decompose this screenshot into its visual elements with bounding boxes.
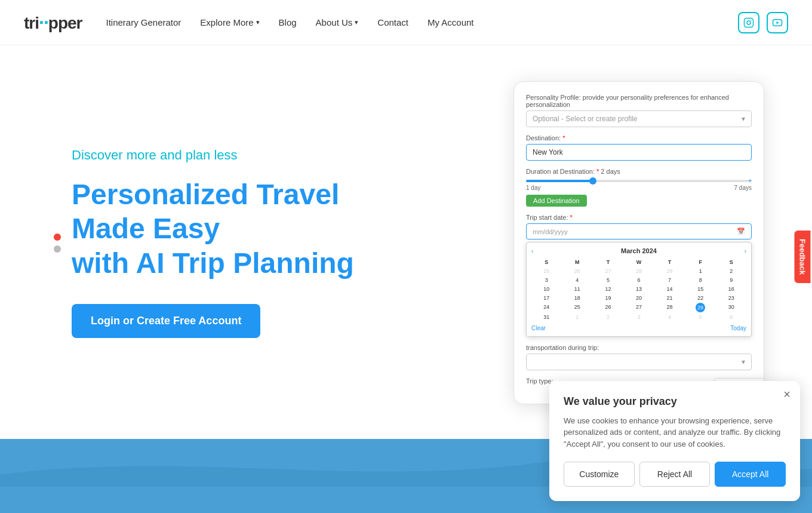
cal-day[interactable]: 23 xyxy=(716,294,746,302)
cal-day[interactable]: 3 xyxy=(624,313,654,321)
cal-day[interactable]: 19 xyxy=(593,294,623,302)
transport-label: transportation during trip: xyxy=(526,344,752,351)
cal-day[interactable]: 2 xyxy=(593,313,623,321)
nav-left: tri··pper Itinerary Generator Explore Mo… xyxy=(24,13,474,33)
app-preview: Personality Profile: provide your person… xyxy=(513,81,764,404)
hero-title-line2: with AI Trip Planning xyxy=(72,247,354,279)
slider-max-icon[interactable]: + xyxy=(748,177,752,184)
cal-day[interactable]: 5 xyxy=(593,276,623,284)
calendar-month: March 2024 xyxy=(621,247,657,254)
add-destination-button[interactable]: Add Destination xyxy=(526,195,587,207)
cal-day[interactable]: 2 xyxy=(716,267,746,275)
svg-point-1 xyxy=(747,21,751,24)
cal-day[interactable]: 4 xyxy=(562,276,593,284)
cal-day[interactable]: 5 xyxy=(685,313,716,321)
personality-select[interactable]: Optional - Select or create profile ▾ xyxy=(526,110,752,127)
duration-slider[interactable]: + xyxy=(526,180,752,182)
cookie-title: We value your privacy xyxy=(564,395,786,408)
cal-next-button[interactable]: › xyxy=(745,248,746,254)
nav-itinerary-generator[interactable]: Itinerary Generator xyxy=(106,17,181,27)
nav-about-us[interactable]: About Us ▾ xyxy=(316,17,359,27)
nav-my-account[interactable]: My Account xyxy=(427,17,474,27)
cal-day[interactable]: 21 xyxy=(654,294,685,302)
cookie-close-button[interactable]: × xyxy=(783,388,791,400)
cal-clear-button[interactable]: Clear xyxy=(531,325,546,331)
add-destination-field: Add Destination xyxy=(526,195,752,207)
svg-point-2 xyxy=(751,20,752,21)
cal-day[interactable]: 7 xyxy=(654,276,685,284)
cal-day[interactable]: 4 xyxy=(654,313,685,321)
calendar-grid: S M T W T F S 25 26 27 28 29 1 xyxy=(531,258,746,321)
cal-header-m: M xyxy=(562,258,593,266)
nav-links: Itinerary Generator Explore More ▾ Blog … xyxy=(106,17,473,27)
cal-day[interactable]: 6 xyxy=(624,276,654,284)
cal-day[interactable]: 26 xyxy=(562,267,593,275)
cal-day[interactable]: 11 xyxy=(562,285,593,293)
cal-day[interactable]: 17 xyxy=(531,294,562,302)
logo[interactable]: tri··pper xyxy=(24,13,82,33)
cal-day[interactable]: 3 xyxy=(531,276,562,284)
duration-label: Duration at Destination: * 2 days xyxy=(526,168,752,175)
destination-input[interactable]: New York xyxy=(526,144,752,161)
cal-day[interactable]: 26 xyxy=(593,303,623,312)
nav-blog[interactable]: Blog xyxy=(279,17,297,27)
hero-dot-active xyxy=(54,234,61,241)
cal-day[interactable]: 24 xyxy=(531,303,562,312)
cal-today-button[interactable]: Today xyxy=(730,325,746,331)
logo-text: tri··pper xyxy=(24,13,82,33)
transport-select[interactable]: ▾ xyxy=(526,354,752,370)
cal-header-th: T xyxy=(654,258,685,266)
logo-dots-icon: ·· xyxy=(39,11,48,33)
cal-header-t: T xyxy=(593,258,623,266)
cal-day[interactable]: 8 xyxy=(685,276,716,284)
cta-login-button[interactable]: Login or Create Free Account xyxy=(72,304,260,338)
nav-social xyxy=(738,12,788,33)
cal-day[interactable]: 30 xyxy=(716,303,746,312)
cal-day[interactable]: 31 xyxy=(531,313,562,321)
cal-day[interactable]: 14 xyxy=(654,285,685,293)
hero-title: Personalized Travel Made Easy with AI Tr… xyxy=(72,177,370,281)
cookie-customize-button[interactable]: Customize xyxy=(564,462,635,487)
transport-chevron-icon: ▾ xyxy=(742,358,745,366)
cal-day[interactable]: 20 xyxy=(624,294,654,302)
cal-day[interactable]: 15 xyxy=(685,285,716,293)
trip-start-field: Trip start date: * mm/dd/yyyy 📅 ‹ March … xyxy=(526,214,752,337)
cal-day[interactable]: 9 xyxy=(716,276,746,284)
cal-day-today[interactable]: 29 xyxy=(696,303,705,312)
cal-day[interactable]: 1 xyxy=(562,313,593,321)
cal-day[interactable]: 29 xyxy=(654,267,685,275)
cal-day[interactable]: 18 xyxy=(562,294,593,302)
calendar-popup: ‹ March 2024 › S M T W T F S 25 2 xyxy=(526,242,752,337)
personality-field: Personality Profile: provide your person… xyxy=(526,94,752,127)
date-input[interactable]: mm/dd/yyyy 📅 xyxy=(526,223,752,239)
feedback-sidebar-tab[interactable]: Feedback xyxy=(795,231,811,283)
nav-contact[interactable]: Contact xyxy=(377,17,408,27)
cal-day[interactable]: 28 xyxy=(624,267,654,275)
cal-day[interactable]: 12 xyxy=(593,285,623,293)
cal-day[interactable]: 27 xyxy=(624,303,654,312)
cal-header-s: S xyxy=(531,258,562,266)
calendar-footer: Clear Today xyxy=(531,325,746,331)
slider-thumb[interactable] xyxy=(589,177,596,185)
cal-prev-button[interactable]: ‹ xyxy=(531,248,533,254)
slider-fill xyxy=(526,180,593,182)
instagram-icon[interactable] xyxy=(738,12,759,33)
cal-day[interactable]: 13 xyxy=(624,285,654,293)
nav-explore-more[interactable]: Explore More ▾ xyxy=(200,17,259,27)
cal-day[interactable]: 6 xyxy=(716,313,746,321)
cal-day[interactable]: 16 xyxy=(716,285,746,293)
cal-day[interactable]: 25 xyxy=(531,267,562,275)
svg-rect-0 xyxy=(745,18,753,27)
svg-marker-4 xyxy=(777,21,780,24)
cal-day[interactable]: 10 xyxy=(531,285,562,293)
cal-header-w: W xyxy=(624,258,654,266)
cal-day[interactable]: 1 xyxy=(685,267,716,275)
cal-day[interactable]: 25 xyxy=(562,303,593,312)
cal-day[interactable]: 22 xyxy=(685,294,716,302)
youtube-icon[interactable] xyxy=(767,12,788,33)
cal-day[interactable]: 28 xyxy=(654,303,685,312)
transport-field: transportation during trip: ▾ xyxy=(526,344,752,370)
cookie-accept-button[interactable]: Accept All xyxy=(715,462,786,487)
cal-day[interactable]: 27 xyxy=(593,267,623,275)
cookie-reject-button[interactable]: Reject All xyxy=(639,462,710,487)
